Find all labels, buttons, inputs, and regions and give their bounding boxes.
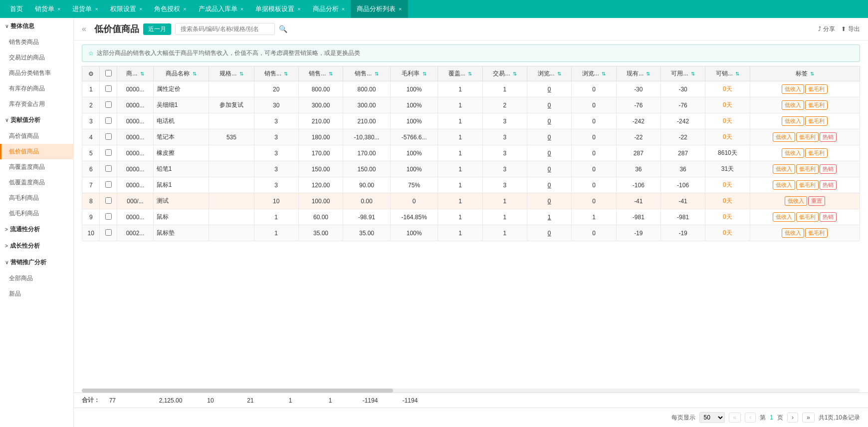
scrollbar-thumb[interactable] (82, 389, 393, 393)
cell-checkbox[interactable] (100, 193, 117, 209)
cell-checkbox[interactable] (100, 209, 117, 225)
col-sales-profit[interactable]: 销售... ⇅ (343, 66, 391, 81)
col-sales-amount[interactable]: 销售... ⇅ (298, 66, 343, 81)
sidebar-item-1-1[interactable]: 低价值商品 (0, 144, 73, 159)
sidebar-item-1-3[interactable]: 低覆盖度商品 (0, 175, 73, 190)
row-checkbox-0[interactable] (105, 85, 112, 92)
col-settings[interactable]: ⚙ (82, 66, 100, 81)
sidebar-item-1-4[interactable]: 高毛利商品 (0, 190, 73, 206)
sidebar-item-0-1[interactable]: 交易过的商品 (0, 50, 73, 65)
cell-view1[interactable]: 0 (527, 177, 572, 193)
collapse-btn[interactable]: « (82, 24, 86, 33)
col-name[interactable]: 商品名称 ⇅ (153, 66, 209, 81)
col-coverage[interactable]: 覆盖... ⇅ (438, 66, 482, 81)
first-page-btn[interactable]: « (729, 413, 741, 423)
scrollbar-area[interactable] (82, 389, 860, 393)
sidebar-item-1-2[interactable]: 高覆盖度商品 (0, 159, 73, 175)
cell-checkbox[interactable] (100, 225, 117, 241)
cell-checkbox[interactable] (100, 161, 117, 177)
row-checkbox-4[interactable] (105, 149, 112, 156)
nav-close-1[interactable]: × (57, 6, 60, 12)
period-btn[interactable]: 近一月 (143, 23, 171, 35)
cell-view1[interactable]: 1 (527, 209, 572, 225)
cell-view1[interactable]: 0 (527, 129, 572, 145)
nav-item-7[interactable]: 商品分析× (307, 0, 351, 18)
col-view1[interactable]: 浏览... ⇅ (527, 66, 572, 81)
col-view2[interactable]: 浏览... ⇅ (572, 66, 616, 81)
search-icon[interactable]: 🔍 (279, 25, 287, 33)
cell-checkbox[interactable] (100, 97, 117, 113)
nav-close-3[interactable]: × (139, 6, 142, 12)
cell-checkbox[interactable] (100, 113, 117, 129)
sidebar-group-4[interactable]: ∨营销推广分析 (0, 254, 73, 271)
nav-item-6[interactable]: 单据模板设置× (249, 0, 306, 18)
row-checkbox-3[interactable] (105, 133, 112, 140)
nav-close-6[interactable]: × (297, 6, 300, 12)
cell-checkbox[interactable] (100, 177, 117, 193)
nav-close-5[interactable]: × (240, 6, 243, 12)
sidebar-item-4-0[interactable]: 全部商品 (0, 271, 73, 286)
sidebar-item-4-1[interactable]: 新品 (0, 286, 73, 302)
sidebar-item-1-5[interactable]: 低毛利商品 (0, 206, 73, 221)
col-available-stock[interactable]: 可用... ⇅ (660, 66, 705, 81)
search-input[interactable] (175, 23, 275, 35)
nav-item-8[interactable]: 商品分析列表× (351, 0, 408, 18)
nav-close-2[interactable]: × (95, 6, 98, 12)
col-code[interactable]: 商... ⇅ (117, 66, 153, 81)
sidebar-item-0-0[interactable]: 销售类商品 (0, 34, 73, 50)
cell-view1[interactable]: 0 (527, 193, 572, 209)
col-tags[interactable]: 标签 ⇅ (750, 66, 860, 81)
sidebar-item-0-2[interactable]: 商品分类销售率 (0, 65, 73, 81)
cell-view1[interactable]: 0 (527, 145, 572, 161)
nav-item-1[interactable]: 销货单× (29, 0, 66, 18)
cell-current-stock: -22 (616, 129, 660, 145)
cell-view1[interactable]: 0 (527, 161, 572, 177)
share-btn[interactable]: ⤴ 分享 (818, 25, 835, 33)
cell-view1[interactable]: 0 (527, 113, 572, 129)
row-checkbox-1[interactable] (105, 101, 112, 108)
nav-close-4[interactable]: × (183, 6, 186, 12)
cell-view1[interactable]: 0 (527, 97, 572, 113)
row-checkbox-2[interactable] (105, 117, 112, 124)
sidebar-group-3[interactable]: >成长性分析 (0, 238, 73, 254)
last-page-btn[interactable]: » (802, 413, 815, 423)
select-all-checkbox[interactable] (105, 70, 112, 76)
row-checkbox-7[interactable] (105, 197, 112, 204)
per-page-select[interactable]: 50 100 200 (699, 412, 725, 423)
cell-view1[interactable]: 0 (527, 81, 572, 97)
nav-close-8[interactable]: × (399, 6, 402, 12)
row-checkbox-9[interactable] (105, 229, 112, 236)
col-gross-margin[interactable]: 毛利率 ⇅ (390, 66, 438, 81)
tag-label: 低收入 (782, 116, 804, 126)
col-checkbox[interactable] (100, 66, 117, 81)
export-btn[interactable]: ⬆ 导出 (841, 25, 860, 33)
row-checkbox-8[interactable] (105, 213, 112, 220)
col-spec[interactable]: 规格... ⇅ (209, 66, 254, 81)
sidebar-item-0-3[interactable]: 有库存的商品 (0, 81, 73, 96)
table-container[interactable]: ⚙ 商... ⇅ 商品名称 ⇅ 规格... ⇅ 销售... ⇅ 销售... ⇅ … (74, 66, 868, 389)
cell-checkbox[interactable] (100, 145, 117, 161)
col-current-stock[interactable]: 现有... ⇅ (616, 66, 660, 81)
sidebar-group-0[interactable]: ∨整体信息 (0, 18, 73, 34)
sidebar-item-0-4[interactable]: 库存资金占用 (0, 96, 73, 112)
col-transaction[interactable]: 交易... ⇅ (482, 66, 527, 81)
row-checkbox-6[interactable] (105, 181, 112, 188)
col-sales-qty[interactable]: 销售... ⇅ (254, 66, 298, 81)
cell-sales-amount: 300.00 (298, 97, 343, 113)
sidebar-group-1[interactable]: ∨贡献值分析 (0, 112, 73, 128)
prev-page-btn[interactable]: ‹ (745, 413, 756, 423)
nav-item-4[interactable]: 角色授权× (148, 0, 192, 18)
col-sellable-days[interactable]: 可销... ⇅ (705, 66, 750, 81)
cell-view1[interactable]: 0 (527, 225, 572, 241)
next-page-btn[interactable]: › (787, 413, 798, 423)
cell-checkbox[interactable] (100, 129, 117, 145)
nav-close-7[interactable]: × (342, 6, 345, 12)
cell-checkbox[interactable] (100, 81, 117, 97)
sidebar-item-1-0[interactable]: 高价值商品 (0, 128, 73, 144)
row-checkbox-5[interactable] (105, 165, 112, 172)
nav-item-2[interactable]: 进货单× (66, 0, 104, 18)
nav-item-0[interactable]: 首页 (4, 0, 29, 18)
sidebar-group-2[interactable]: >流通性分析 (0, 221, 73, 238)
nav-item-3[interactable]: 权限设置× (104, 0, 148, 18)
nav-item-5[interactable]: 产成品入库单× (193, 0, 249, 18)
